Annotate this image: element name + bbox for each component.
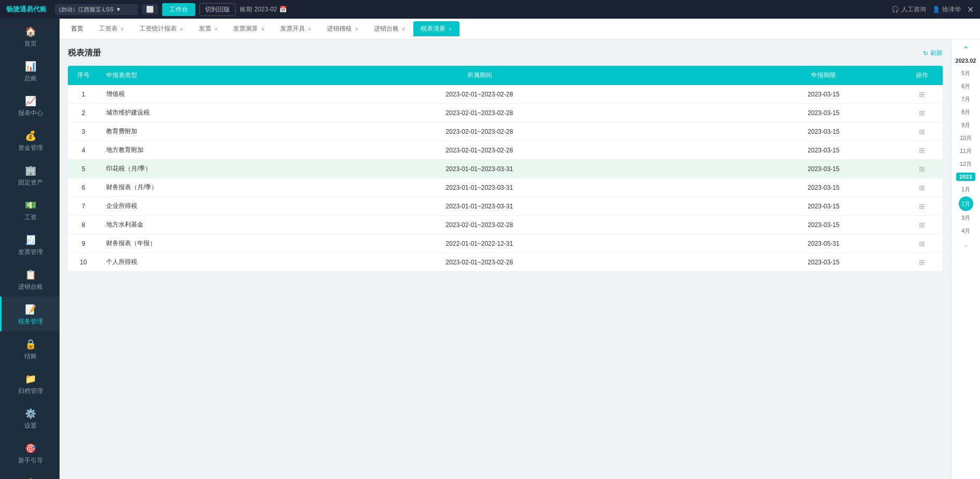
month-10[interactable]: 10月 — [952, 132, 980, 145]
table-header: 序号 申报表类型 所属期间 申报期限 操作 — [68, 66, 943, 85]
close-window-button[interactable]: ✕ — [967, 5, 974, 15]
tab-purchase-check-close[interactable]: × — [355, 26, 358, 32]
month-2-active[interactable]: 2月 — [959, 196, 973, 211]
tab-tax-register-close[interactable]: × — [449, 26, 452, 32]
tab-payroll-stats[interactable]: 工资统计报表 × — [132, 21, 190, 36]
tax-table: 序号 申报表类型 所属期间 申报期限 操作 1 增值税 2023-02-01~2… — [68, 66, 943, 272]
tab-home[interactable]: 首页 — [64, 21, 91, 36]
th-declare: 申报期限 — [746, 66, 901, 85]
row-action-icon[interactable]: ⊞ — [919, 109, 925, 117]
cell-type: 个人所得税 — [99, 253, 213, 272]
tab-invoice-open-close[interactable]: × — [308, 26, 311, 32]
row-action-icon[interactable]: ⊞ — [919, 221, 925, 229]
tab-payroll-stats-close[interactable]: × — [180, 26, 183, 32]
content-area: 首页 工资表 × 工资统计报表 × 发票 × 发票测算 × 发票开具 × — [60, 19, 980, 479]
th-action: 操作 — [901, 66, 943, 85]
month-11[interactable]: 11月 — [952, 145, 980, 158]
sidebar-item-settings[interactable]: ⚙️ 设置 — [0, 401, 60, 435]
human-service[interactable]: 🎧 人工咨询 — [891, 5, 926, 14]
sidebar-label-tax: 税务管理 — [18, 317, 43, 326]
main-content: 税表清册 ↻ 刷新 序号 申报表类型 所属期间 申报期限 操作 — [60, 39, 951, 479]
tab-purchase-ledger[interactable]: 进销台账 × — [367, 21, 412, 36]
cell-action: ⊞ — [901, 160, 943, 178]
sidebar-item-closing[interactable]: 🔒 结账 — [0, 331, 60, 366]
top-bar-right: 🎧 人工咨询 👤 徐泽华 ✕ — [891, 5, 974, 15]
month-8[interactable]: 8月 — [952, 106, 980, 119]
month-7[interactable]: 7月 — [952, 93, 980, 106]
user-profile[interactable]: 👤 徐泽华 — [932, 5, 961, 14]
row-action-icon[interactable]: ⊞ — [919, 258, 925, 266]
row-action-icon[interactable]: ⊞ — [919, 240, 925, 248]
row-action-icon[interactable]: ⊞ — [919, 165, 925, 173]
cell-type: 教育费附加 — [99, 122, 213, 141]
workbench-button[interactable]: 工作台 — [162, 3, 195, 16]
sidebar-item-assets[interactable]: 🏢 固定资产 — [0, 158, 60, 192]
month-6[interactable]: 6月 — [952, 80, 980, 93]
cell-action: ⊞ — [901, 253, 943, 272]
cell-action: ⊞ — [901, 178, 943, 197]
switch-old-button[interactable]: 切到旧版 — [199, 3, 236, 16]
tab-invoice-open[interactable]: 发票开具 × — [273, 21, 319, 36]
row-action-icon[interactable]: ⊞ — [919, 184, 925, 192]
cell-type: 地方教育附加 — [99, 141, 213, 160]
cell-action: ⊞ — [901, 234, 943, 253]
chevron-up-icon[interactable]: ⌃ — [962, 45, 969, 54]
sidebar-item-member[interactable]: ⭐ 畅会员 — [0, 470, 60, 479]
tab-invoice-close[interactable]: × — [214, 26, 218, 32]
sidebar-item-purchase[interactable]: 📋 进销台账 — [0, 262, 60, 297]
tab-payroll[interactable]: 工资表 × — [92, 21, 131, 36]
sidebar-label-payroll: 工资 — [24, 213, 37, 222]
sidebar-label-assets: 固定资产 — [18, 178, 43, 187]
cell-declare: 2023-03-15 — [746, 141, 901, 160]
sidebar-item-invoice[interactable]: 🧾 发票管理 — [0, 227, 60, 262]
cell-seq: 1 — [68, 85, 99, 104]
closing-icon: 🔒 — [25, 339, 36, 350]
tab-invoice[interactable]: 发票 × — [192, 21, 225, 36]
sidebar-item-report[interactable]: 📈 报表中心 — [0, 88, 60, 123]
dropdown-arrow: ▼ — [116, 6, 121, 12]
calendar-icon[interactable]: 📅 — [279, 6, 287, 13]
refresh-button[interactable]: ↻ 刷新 — [923, 49, 943, 58]
tab-tax-register[interactable]: 税表清册 × — [413, 21, 459, 36]
tab-home-label: 首页 — [71, 24, 83, 33]
sidebar-item-tax[interactable]: 📝 税务管理 — [0, 297, 60, 331]
company-name: (勿动）江西服宝-LSS — [59, 6, 113, 13]
th-seq: 序号 — [68, 66, 99, 85]
cell-declare: 2023-03-15 — [746, 104, 901, 122]
table-body: 1 增值税 2023-02-01~2023-02-28 2023-03-15 ⊞… — [68, 85, 943, 272]
chevron-down-icon[interactable]: ⌄ — [962, 240, 969, 249]
cell-period: 2022-01-01~2022-12-31 — [213, 234, 746, 253]
month-3[interactable]: 3月 — [952, 212, 980, 224]
cell-action: ⊞ — [901, 216, 943, 234]
row-action-icon[interactable]: ⊞ — [919, 128, 925, 136]
month-9[interactable]: 9月 — [952, 119, 980, 132]
tab-purchase-check[interactable]: 进销稽核 × — [320, 21, 365, 36]
sidebar-item-archive[interactable]: 📁 归档管理 — [0, 366, 60, 401]
row-action-icon[interactable]: ⊞ — [919, 202, 925, 210]
cell-seq: 7 — [68, 197, 99, 216]
sidebar-item-home[interactable]: 🏠 首页 — [0, 19, 60, 53]
tab-invoice-calc-close[interactable]: × — [261, 26, 264, 32]
tab-invoice-calc[interactable]: 发票测算 × — [226, 21, 271, 36]
tab-payroll-label: 工资表 — [99, 24, 118, 33]
sidebar-item-ledger[interactable]: 📊 总账 — [0, 53, 60, 88]
month-4[interactable]: 4月 — [952, 224, 980, 237]
copy-icon-btn[interactable]: ⬜ — [142, 4, 158, 15]
tab-purchase-ledger-close[interactable]: × — [402, 26, 405, 32]
sidebar-item-payroll[interactable]: 💵 工资 — [0, 192, 60, 227]
sidebar-item-guide[interactable]: 🎯 新手引导 — [0, 435, 60, 470]
sidebar: 🏠 首页 📊 总账 📈 报表中心 💰 资金管理 🏢 固定资产 💵 工资 🧾 发票… — [0, 19, 60, 479]
month-12[interactable]: 12月 — [952, 158, 980, 171]
guide-icon: 🎯 — [25, 443, 36, 454]
month-5[interactable]: 5月 — [952, 67, 980, 80]
report-icon: 📈 — [25, 95, 36, 107]
sidebar-item-capital[interactable]: 💰 资金管理 — [0, 123, 60, 158]
cell-seq: 3 — [68, 122, 99, 141]
cell-type: 企业所得税 — [99, 197, 213, 216]
month-1[interactable]: 1月 — [952, 183, 980, 196]
company-selector[interactable]: (勿动）江西服宝-LSS ▼ — [55, 4, 138, 15]
row-action-icon[interactable]: ⊞ — [919, 90, 925, 98]
row-action-icon[interactable]: ⊞ — [919, 146, 925, 154]
cell-declare: 2023-03-15 — [746, 253, 901, 272]
tab-payroll-close[interactable]: × — [121, 26, 124, 32]
